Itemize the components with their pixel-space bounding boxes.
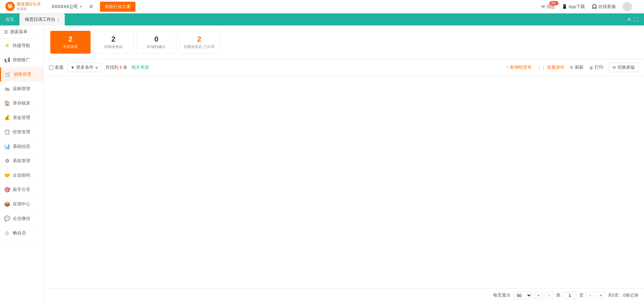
page-size-select[interactable]: 10 20 50 100 [513,292,532,299]
sidebar-item-purchase[interactable]: 🛍 采购管理 [0,82,43,96]
sidebar-item-inventory[interactable]: 🏠 库存核算 [0,96,43,111]
message-icon: ✉ [541,4,545,9]
main-layout: ☰ 搜索菜单 ⚡ 快捷导航 📢 营销推广 🛒 销售管理 🛍 采购管理 🏠 库存核… [0,25,644,302]
switch-label: 切换新版 [618,64,635,70]
download-icon: 📱 [562,4,567,9]
switch-version-button[interactable]: ⟳ 切换新版 [609,63,639,72]
tab-workbench[interactable]: 钱货日清工作台 × [19,13,65,25]
card-overdue-out-label: 到期未收款 已出库 [184,44,214,49]
guide-icon: 🎯 [4,187,10,193]
sidebar-item-quick-nav[interactable]: ⚡ 快捷导航 [0,39,43,53]
purchase-icon: 🛍 [4,86,10,92]
card-all-label: 全部单据 [63,44,78,49]
sidebar-item-label: 快捷导航 [13,43,30,49]
refresh-button[interactable]: ↻ 刷新 [570,64,584,70]
sidebar-item-member[interactable]: ◇ 畅会员 [0,226,43,240]
online-service-button[interactable]: 🎧 在线客服 [592,4,616,10]
last-page-icon: » [600,293,602,298]
tab-close-window-icon[interactable]: ✕ [627,17,631,22]
online-service-label: 在线客服 [598,4,616,10]
select-all-input[interactable] [49,65,53,70]
sidebar-item-label: 采购管理 [13,86,30,92]
filter-button[interactable]: ▼ 更多条件 ∨ [67,63,101,72]
found-unit: 条 [123,65,127,70]
sidebar-item-wechat[interactable]: 💬 企业微信 [0,212,43,226]
top-header: 畅 畅捷通好生意 标准版 XXXXXX公司 ▼ ⚙ 体验行业方案 ✉ 消息 99… [0,0,644,13]
system-icon: ⚙ [4,158,10,164]
user-avatar[interactable] [623,2,632,11]
toolbar: 全选 ▼ 更多条件 ∨ 共找到 0 条 相关单据 + 新增销货单 ⋮⋮ [44,59,644,76]
sidebar-search[interactable]: ☰ 搜索菜单 [0,25,43,39]
sidebar-item-label: 销售管理 [14,71,31,77]
card-overdue-out[interactable]: 2 到期未收款 已出库 [179,31,219,54]
refresh-label: 刷新 [575,64,584,70]
logo-text: 畅捷通好生意 [17,2,41,6]
batch-label: 批量操作 [547,64,565,70]
sidebar-item-label: 系统管理 [13,158,30,164]
sidebar-item-finance[interactable]: 💰 资金管理 [0,111,43,125]
batch-icon: ⋮⋮ [537,65,546,70]
sidebar-item-label: 畅会员 [13,230,26,236]
select-all-checkbox[interactable]: 全选 [49,64,63,70]
logo-icon: 畅 [5,2,15,11]
related-link[interactable]: 相关单据 [131,64,149,70]
next-page-button[interactable]: › [586,291,594,299]
sidebar-item-label: 企业协同 [13,172,30,178]
add-sales-order-button[interactable]: + 新增销货单 [506,64,532,70]
sidebar-item-sales[interactable]: 🛒 销售管理 [0,67,43,82]
prev-page-button[interactable]: ‹ [545,291,553,299]
sidebar-item-operation[interactable]: 📋 经营管理 [0,125,43,139]
sidebar-item-label: 基础信息 [13,143,30,149]
found-prefix: 共找到 [105,65,118,70]
refresh-icon: ↻ [570,65,574,70]
chevron-down-icon: ▼ [79,5,83,8]
last-page-button[interactable]: » [597,291,605,299]
sidebar-item-basic-info[interactable]: 📊 基础信息 [0,139,43,154]
sidebar-item-guide[interactable]: 🎯 新手引导 [0,183,43,197]
company-selector[interactable]: XXXXXX公司 ▼ [52,4,83,10]
page-input[interactable] [563,292,577,299]
card-pending-label: 旺铺待确认 [147,44,166,49]
filter-chevron-icon: ∨ [95,65,98,70]
sidebar-item-system[interactable]: ⚙ 系统管理 [0,154,43,168]
finance-icon: 💰 [4,115,10,121]
sidebar-item-label: 营销推广 [13,57,30,63]
card-overdue[interactable]: 2 到期未收款 [93,31,133,54]
tab-expand-icon[interactable]: ⛶ [634,17,639,22]
card-all-number: 2 [68,36,72,43]
card-pending[interactable]: 0 旺铺待确认 [136,31,176,54]
quick-nav-icon: ⚡ [4,43,10,49]
card-overdue-out-number: 2 [197,36,201,43]
summary-cards: 2 全部单据 2 到期未收款 0 旺铺待确认 2 到期未收款 已出库 [44,25,644,59]
gear-icon: ⚙ [89,4,93,9]
print-button[interactable]: 🖨 打印 [589,64,603,70]
first-page-icon: « [537,293,540,298]
settings-button[interactable]: ⚙ [87,2,96,11]
sidebar-item-label: 资金管理 [13,115,30,121]
card-overdue-label: 到期未收款 [104,44,123,49]
sidebar-search-label: 搜索菜单 [10,29,28,35]
sidebar: ☰ 搜索菜单 ⚡ 快捷导航 📢 营销推广 🛒 销售管理 🛍 采购管理 🏠 库存核… [0,25,44,302]
first-page-button[interactable]: « [535,291,543,299]
try-industry-button[interactable]: 体验行业方案 [100,2,136,12]
operation-icon: 📋 [4,129,10,135]
search-icon: ☰ [4,29,8,35]
select-all-label: 全选 [55,64,63,70]
cooperation-icon: 🤝 [4,172,10,178]
switch-icon: ⟳ [612,65,616,70]
tab-home[interactable]: 首页 [0,13,19,25]
sidebar-item-cooperation[interactable]: 🤝 企业协同 [0,168,43,183]
batch-operation-button[interactable]: ⋮⋮ 批量操作 [537,64,565,70]
print-icon: 🖨 [589,65,593,70]
message-button[interactable]: ✉ 消息 99+ [541,4,555,10]
inventory-icon: 🏠 [4,100,10,106]
sidebar-item-label: 库存核算 [13,100,30,106]
tab-close-icon[interactable]: × [57,17,59,21]
found-count: 0 [120,65,122,70]
print-label: 打印 [595,64,603,70]
sidebar-item-marketing[interactable]: 📢 营销推广 [0,53,43,67]
app-download-button[interactable]: 📱 App下载 [562,4,585,10]
member-icon: ◇ [4,230,10,236]
card-all[interactable]: 2 全部单据 [50,31,91,54]
sidebar-item-app-center[interactable]: 📦 应用中心 [0,197,43,212]
